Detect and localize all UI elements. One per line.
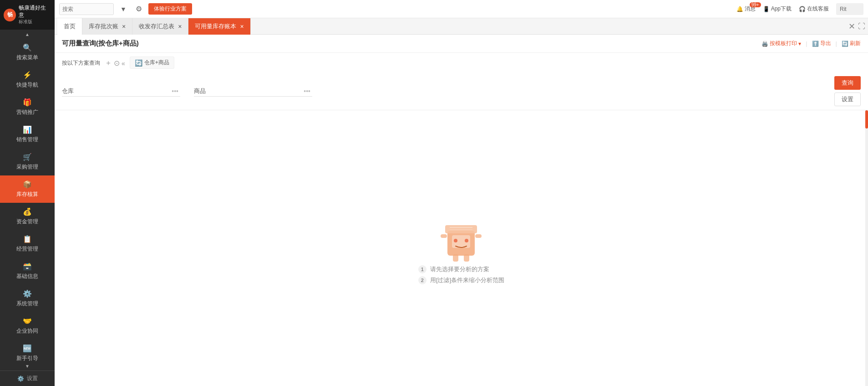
edit-scheme-button[interactable]: ⊙ — [114, 59, 120, 67]
product-input[interactable] — [210, 86, 302, 96]
sidebar-scroll-down[interactable]: ▼ — [0, 361, 55, 371]
svg-rect-6 — [475, 234, 482, 238]
quick-nav-icon: ⚡ — [23, 71, 32, 79]
export-button[interactable]: ⬆️ 导出 — [812, 40, 831, 47]
product-label: 商品 — [194, 87, 210, 95]
expand-tab-button[interactable]: ⛶ — [858, 22, 865, 31]
scheme-item[interactable]: 🔄 仓库+商品 — [130, 57, 174, 69]
collapse-filter-button[interactable]: « — [122, 60, 125, 67]
product-more-button[interactable]: ••• — [302, 87, 312, 95]
refresh-button[interactable]: 🔄 刷新 — [842, 40, 861, 47]
sidebar-item-marketing[interactable]: 🎁 营销推广 — [0, 93, 55, 121]
close-tab-button[interactable]: ✕ — [848, 21, 855, 31]
settings-button[interactable]: 设置 — [834, 93, 861, 106]
sidebar-item-finance[interactable]: 💰 资金管理 — [0, 203, 55, 230]
content-area: 1 请先选择要分析的方案 2 用[过滤]条件来缩小分析范围 — [55, 110, 868, 386]
sidebar-item-enterprise[interactable]: 🤝 企业协同 — [0, 312, 55, 340]
sidebar-item-purchase[interactable]: 🛒 采购管理 — [0, 148, 55, 175]
svg-point-3 — [454, 239, 457, 242]
sidebar-bottom[interactable]: ⚙️ 设置 — [0, 371, 55, 386]
refresh-icon: 🔄 — [842, 41, 848, 47]
scheme-label: 仓库+商品 — [144, 59, 169, 67]
filter-label: 按以下方案查询 — [62, 57, 100, 67]
search-icon: 🔍 — [23, 43, 32, 52]
trial-industry-button[interactable]: 体验行业方案 — [148, 3, 192, 15]
query-button[interactable]: 查询 — [834, 76, 861, 90]
main-content: ▼ ⚙ 体验行业方案 🔔 消息 99+ 📱 App下载 🎧 在线客服 Rit — [55, 0, 868, 386]
sidebar-item-sales[interactable]: 📊 销售管理 — [0, 121, 55, 148]
svg-rect-8 — [464, 254, 469, 262]
tab-home[interactable]: 首页 — [57, 18, 82, 35]
sidebar-settings-label: 设置 — [27, 375, 38, 382]
sidebar-item-label: 经营管理 — [16, 245, 38, 253]
warehouse-input[interactable] — [78, 86, 170, 96]
action-buttons: 查询 设置 — [834, 76, 868, 106]
user-avatar[interactable]: Rit — [836, 3, 863, 15]
tab-label: 库存批次账 — [89, 22, 118, 31]
tab-close-batch[interactable]: × — [122, 23, 126, 30]
tab-close-available[interactable]: × — [240, 23, 244, 30]
export-icon: ⬆️ — [812, 41, 819, 47]
sidebar-item-inventory[interactable]: 📦 库存核算 — [0, 175, 55, 203]
warehouse-label: 仓库 — [62, 87, 78, 95]
online-service-link[interactable]: 🎧 在线客服 — [799, 5, 829, 13]
settings-icon: ⚙️ — [17, 376, 24, 382]
home-label: 首页 — [64, 22, 76, 31]
sidebar-item-system[interactable]: ⚙️ 系统管理 — [0, 285, 55, 312]
sidebar-item-label: 销售管理 — [16, 136, 38, 144]
sidebar-item-label: 搜索菜单 — [16, 54, 38, 62]
sidebar-item-guide[interactable]: 🆕 新手引导 — [0, 340, 55, 361]
finance-icon: 💰 — [23, 207, 32, 216]
search-button[interactable]: ▼ — [117, 3, 129, 15]
sidebar-logo: 畅 畅康通好生意 标准版 — [0, 0, 55, 30]
tabs-bar: 首页 库存批次账 × 收发存汇总表 × 可用量库存账本 × ✕ ⛶ — [55, 18, 868, 35]
logo-name: 畅康通好生意 — [19, 5, 51, 19]
sidebar-scroll-up[interactable]: ▲ — [0, 30, 55, 39]
search-input[interactable] — [59, 3, 114, 15]
sidebar-item-label: 新手引导 — [16, 355, 38, 361]
system-icon: ⚙️ — [23, 289, 32, 298]
inventory-icon: 📦 — [23, 180, 32, 189]
enterprise-icon: 🤝 — [23, 317, 32, 325]
tab-batch-account[interactable]: 库存批次账 × — [82, 18, 132, 35]
scrollbar-thumb — [865, 110, 868, 129]
sidebar-item-label: 基础信息 — [16, 273, 38, 280]
hint-text-1: 请先选择要分析的方案 — [430, 265, 489, 273]
sidebar-item-base[interactable]: 🗃️ 基础信息 — [0, 257, 55, 285]
app-download-link[interactable]: 📱 App下载 — [763, 5, 792, 13]
hint-num-1: 1 — [418, 265, 426, 273]
tabs-controls: ✕ ⛶ — [848, 21, 865, 31]
empty-svg — [438, 212, 484, 262]
tab-label: 可用量库存账本 — [195, 22, 236, 31]
warehouse-more-button[interactable]: ••• — [170, 87, 180, 95]
tab-label: 收发存汇总表 — [139, 22, 174, 31]
filter-scheme-actions: ＋ ⊙ « — [105, 57, 125, 68]
svg-rect-5 — [441, 234, 447, 238]
warehouse-field: 仓库 ••• — [62, 86, 180, 97]
sidebar-nav: 🔍 搜索菜单 ⚡ 快捷导航 🎁 营销推广 📊 销售管理 🛒 采购管理 📦 库存核… — [0, 39, 55, 361]
tab-close-collect[interactable]: × — [178, 23, 182, 30]
filter-row: 按以下方案查询 ＋ ⊙ « 🔄 仓库+商品 — [55, 53, 868, 72]
gear-button[interactable]: ⚙ — [133, 3, 145, 15]
sidebar-item-business[interactable]: 📋 经营管理 — [0, 230, 55, 257]
sidebar-item-label: 采购管理 — [16, 163, 38, 171]
page-title: 可用量查询(按仓库+商品) — [62, 39, 139, 48]
topbar: ▼ ⚙ 体验行业方案 🔔 消息 99+ 📱 App下载 🎧 在线客服 Rit — [55, 0, 868, 18]
message-badge: 99+ — [750, 2, 761, 7]
logo-sub: 标准版 — [19, 19, 51, 25]
right-scrollbar[interactable] — [865, 110, 868, 386]
message-button[interactable]: 🔔 消息 99+ — [736, 5, 756, 13]
empty-state: 1 请先选择要分析的方案 2 用[过滤]条件来缩小分析范围 — [418, 212, 504, 284]
marketing-icon: 🎁 — [23, 98, 32, 107]
tab-collect-account[interactable]: 收发存汇总表 × — [132, 18, 188, 35]
template-print-button[interactable]: 🖨️ 按模板打印 ▾ — [761, 40, 801, 47]
add-scheme-button[interactable]: ＋ — [105, 58, 112, 68]
sidebar-item-search[interactable]: 🔍 搜索菜单 — [0, 39, 55, 66]
hint-2: 2 用[过滤]条件来缩小分析范围 — [418, 276, 504, 284]
sidebar-item-quick-nav[interactable]: ⚡ 快捷导航 — [0, 66, 55, 93]
logo-icon: 畅 — [4, 9, 16, 21]
app-icon: 📱 — [763, 6, 770, 12]
topbar-right: 🔔 消息 99+ 📱 App下载 🎧 在线客服 Rit — [736, 3, 863, 15]
tab-available-account[interactable]: 可用量库存账本 × — [188, 18, 250, 35]
svg-point-4 — [465, 239, 468, 242]
